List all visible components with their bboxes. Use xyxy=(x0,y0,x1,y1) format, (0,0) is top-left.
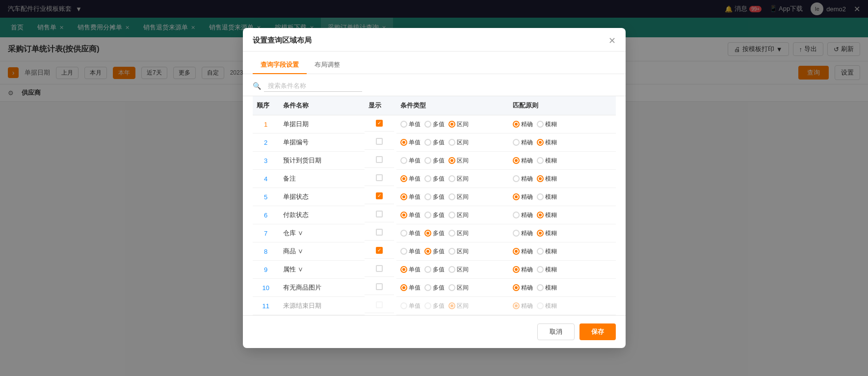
type-radio-多值-3[interactable]: 多值 xyxy=(424,157,445,165)
type-radio-多值-2[interactable]: 多值 xyxy=(424,138,445,147)
checkbox-4[interactable] xyxy=(376,174,383,181)
checkbox-9[interactable] xyxy=(376,265,383,272)
match-radio-精确-3[interactable]: 精确 xyxy=(513,157,533,165)
radio-label: 多值 xyxy=(433,175,445,183)
type-radio-单值-4[interactable]: 单值 xyxy=(400,175,421,183)
type-radio-多值-10[interactable]: 多值 xyxy=(424,284,445,292)
type-radio-单值-9[interactable]: 单值 xyxy=(400,266,421,274)
type-radio-单值-5[interactable]: 单值 xyxy=(400,193,421,201)
type-radio-单值-11[interactable]: 单值 xyxy=(400,302,421,310)
modal-tab-layout[interactable]: 布局调整 xyxy=(307,56,348,74)
type-radio-单值-1[interactable]: 单值 xyxy=(400,120,421,129)
match-radio-模糊-2[interactable]: 模糊 xyxy=(537,138,557,147)
checkbox-6[interactable] xyxy=(376,211,383,217)
type-radio-多值-7[interactable]: 多值 xyxy=(424,229,445,238)
type-radio-单值-6[interactable]: 单值 xyxy=(400,211,421,219)
type-radio-单值-8[interactable]: 单值 xyxy=(400,247,421,256)
row-display-2[interactable] xyxy=(365,134,394,150)
type-radio-多值-8[interactable]: 多值 xyxy=(424,247,445,256)
match-radio-精确-8[interactable]: 精确 xyxy=(513,247,533,256)
match-radio-精确-6[interactable]: 精确 xyxy=(513,211,533,219)
match-radio-精确-7[interactable]: 精确 xyxy=(513,229,533,238)
type-radio-多值-6[interactable]: 多值 xyxy=(424,211,445,219)
checkbox-7[interactable] xyxy=(376,229,383,236)
row-display-8[interactable] xyxy=(365,242,394,259)
row-display-10[interactable] xyxy=(365,279,394,295)
checkbox-8[interactable] xyxy=(376,247,383,254)
match-radio-精确-1[interactable]: 精确 xyxy=(513,120,533,129)
checkbox-3[interactable] xyxy=(376,156,383,163)
row-display-1[interactable] xyxy=(365,115,394,132)
checkbox-5[interactable] xyxy=(376,192,383,199)
row-name-2: 单据编号 xyxy=(279,134,365,152)
checkbox-10[interactable] xyxy=(376,283,383,290)
table-row: 1单据日期单值多值区间精确模糊 xyxy=(253,115,616,134)
type-radio-多值-1[interactable]: 多值 xyxy=(424,120,445,129)
th-type: 条件类型 xyxy=(396,96,509,115)
search-input[interactable] xyxy=(264,80,362,92)
type-radio-区间-2[interactable]: 区间 xyxy=(448,138,469,147)
row-type-3: 单值多值区间 xyxy=(396,152,509,170)
match-radio-模糊-4[interactable]: 模糊 xyxy=(537,175,557,183)
match-radio-模糊-11[interactable]: 模糊 xyxy=(537,302,557,310)
match-radio-精确-4[interactable]: 精确 xyxy=(513,175,533,183)
type-radio-多值-4[interactable]: 多值 xyxy=(424,175,445,183)
modal-tab-query-fields[interactable]: 查询字段设置 xyxy=(253,56,307,74)
match-radio-模糊-1[interactable]: 模糊 xyxy=(537,120,557,129)
radio-circle-icon xyxy=(513,157,520,164)
row-display-6[interactable] xyxy=(365,206,394,222)
radio-label: 精确 xyxy=(521,193,533,201)
radio-circle-icon xyxy=(537,230,544,237)
checkbox-2[interactable] xyxy=(376,138,383,145)
row-display-4[interactable] xyxy=(365,170,394,186)
match-radio-模糊-10[interactable]: 模糊 xyxy=(537,284,557,292)
type-radio-多值-9[interactable]: 多值 xyxy=(424,266,445,274)
row-display-11[interactable] xyxy=(365,297,394,313)
radio-circle-icon xyxy=(513,212,520,218)
radio-circle-icon xyxy=(448,266,455,273)
row-name-1: 单据日期 xyxy=(279,115,365,134)
checkbox-11[interactable] xyxy=(376,301,383,308)
match-radio-模糊-5[interactable]: 模糊 xyxy=(537,193,557,201)
match-radio-模糊-9[interactable]: 模糊 xyxy=(537,266,557,274)
match-radio-模糊-8[interactable]: 模糊 xyxy=(537,247,557,256)
match-radio-精确-11[interactable]: 精确 xyxy=(513,302,533,310)
modal-close-button[interactable]: ✕ xyxy=(608,36,616,45)
match-radio-精确-2[interactable]: 精确 xyxy=(513,138,533,147)
match-radio-模糊-6[interactable]: 模糊 xyxy=(537,211,557,219)
type-radio-多值-11[interactable]: 多值 xyxy=(424,302,445,310)
row-display-5[interactable] xyxy=(365,188,394,204)
type-radio-区间-5[interactable]: 区间 xyxy=(448,193,469,201)
type-radio-区间-3[interactable]: 区间 xyxy=(448,157,469,165)
type-radio-区间-6[interactable]: 区间 xyxy=(448,211,469,219)
type-radio-单值-10[interactable]: 单值 xyxy=(400,284,421,292)
radio-label: 多值 xyxy=(433,302,445,310)
type-radio-区间-10[interactable]: 区间 xyxy=(448,284,469,292)
match-radio-精确-10[interactable]: 精确 xyxy=(513,284,533,292)
match-radio-模糊-7[interactable]: 模糊 xyxy=(537,229,557,238)
match-radio-精确-9[interactable]: 精确 xyxy=(513,266,533,274)
type-radio-区间-9[interactable]: 区间 xyxy=(448,266,469,274)
cancel-button[interactable]: 取消 xyxy=(537,323,575,340)
radio-circle-icon xyxy=(513,230,520,237)
type-radio-区间-4[interactable]: 区间 xyxy=(448,175,469,183)
row-order-1: 1 xyxy=(253,115,279,134)
type-radio-单值-7[interactable]: 单值 xyxy=(400,229,421,238)
type-radio-区间-1[interactable]: 区间 xyxy=(448,120,469,129)
type-radio-单值-3[interactable]: 单值 xyxy=(400,157,421,165)
radio-label: 精确 xyxy=(521,266,533,274)
search-icon: 🔍 xyxy=(253,82,261,90)
row-display-3[interactable] xyxy=(365,152,394,168)
radio-label: 精确 xyxy=(521,247,533,256)
match-radio-模糊-3[interactable]: 模糊 xyxy=(537,157,557,165)
type-radio-区间-11[interactable]: 区间 xyxy=(448,302,469,310)
row-display-9[interactable] xyxy=(365,261,394,277)
type-radio-区间-8[interactable]: 区间 xyxy=(448,247,469,256)
checkbox-1[interactable] xyxy=(376,120,383,127)
save-button[interactable]: 保存 xyxy=(579,323,616,340)
match-radio-精确-5[interactable]: 精确 xyxy=(513,193,533,201)
row-display-7[interactable] xyxy=(365,224,394,241)
type-radio-多值-5[interactable]: 多值 xyxy=(424,193,445,201)
type-radio-单值-2[interactable]: 单值 xyxy=(400,138,421,147)
type-radio-区间-7[interactable]: 区间 xyxy=(448,229,469,238)
